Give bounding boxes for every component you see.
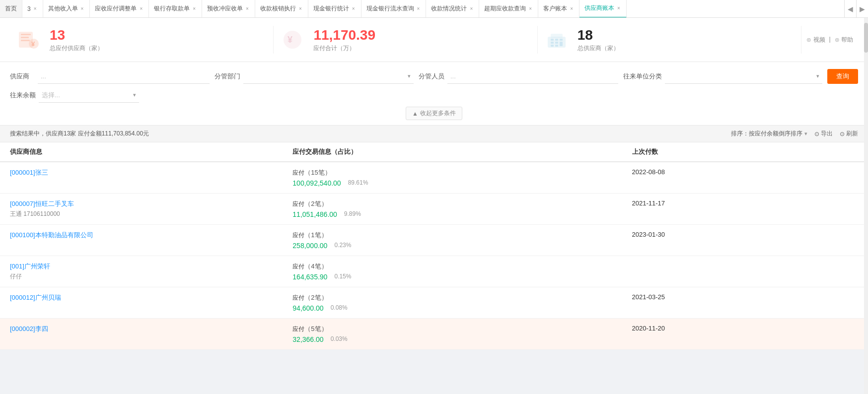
supplier-name-link[interactable]: [001]广州荣轩: [10, 263, 50, 270]
refresh-button[interactable]: ⊙ 刷新: [840, 130, 858, 138]
svg-rect-9: [551, 39, 554, 41]
amount-payable-icon: ¥: [279, 26, 306, 54]
tab-close-icon[interactable]: ×: [33, 6, 38, 11]
col-header-transaction: 应付交易信息（占比）: [292, 147, 632, 156]
scrollbar-thumb[interactable]: [864, 23, 868, 53]
nav-tab-overdue-ar[interactable]: 超期应收款查询×: [479, 0, 538, 18]
balance-filter-label: 往来余额: [10, 91, 36, 100]
supplier-filter-input[interactable]: [38, 69, 210, 84]
video-link[interactable]: ⊙ 视频: [806, 36, 825, 44]
tab-close-icon[interactable]: ×: [192, 6, 197, 11]
tx-amount-value[interactable]: 32,366.00: [292, 335, 323, 343]
person-filter-input[interactable]: [447, 69, 618, 84]
svg-rect-13: [555, 42, 558, 44]
nav-tab-prepay-offset[interactable]: 预收冲应收单×: [202, 0, 255, 18]
tab-close-icon[interactable]: ×: [298, 6, 303, 11]
tx-count-label: （1笔）: [304, 231, 327, 239]
tx-amount-value[interactable]: 11,051,486.00: [292, 210, 337, 218]
table-row: [000012]广州贝瑞应付（2笔）94,600.000.08%2021-03-…: [0, 287, 868, 319]
tab-close-icon[interactable]: ×: [469, 6, 474, 11]
nav-tab-ar-ap-adjust[interactable]: 应收应付调整单×: [90, 0, 149, 18]
filter-group-dept: 分管部门 ▾: [215, 69, 414, 84]
nav-left-arrow[interactable]: ◀: [844, 0, 856, 18]
tab-close-icon[interactable]: ×: [616, 5, 621, 11]
result-summary-text: 搜索结果中，供应商13家 应付金额111,703,854.00元: [10, 130, 149, 138]
nav-right-arrow[interactable]: ▶: [856, 0, 868, 18]
payable-supplier-label: 总应付供应商（家）: [50, 44, 103, 53]
top-navigation: 首页3×其他收入单×应收应付调整单×银行存取款单×预收冲应收单×收款核销执行×现…: [0, 0, 868, 18]
supplier-name-link[interactable]: [000007]恒旺二手叉车: [10, 200, 74, 207]
nav-tab-supplier-ledger[interactable]: 供应商账本×: [579, 0, 627, 18]
svg-rect-2: [21, 37, 29, 38]
supplier-name-link[interactable]: [000002]李四: [10, 325, 48, 332]
refresh-icon: ⊙: [840, 131, 845, 137]
nav-tab-label: 客户账本: [543, 4, 567, 13]
tab-close-icon[interactable]: ×: [351, 6, 356, 11]
total-supplier-icon: [543, 26, 571, 54]
svg-rect-3: [21, 40, 30, 41]
scrollbar-track[interactable]: [864, 18, 868, 350]
summary-info-total-supplier: 18 总供应商（家）: [578, 27, 619, 53]
nav-tab-collection-verify[interactable]: 收款核销执行×: [255, 0, 308, 18]
col-header-last-payment: 上次付数: [632, 147, 858, 156]
dept-chevron-icon: ▾: [408, 73, 411, 79]
tab-close-icon[interactable]: ×: [528, 6, 533, 11]
nav-tab-home[interactable]: 首页: [0, 0, 22, 18]
tx-amount-row: 94,600.000.08%: [292, 303, 632, 312]
tab-close-icon[interactable]: ×: [569, 6, 574, 11]
tab-close-icon[interactable]: ×: [80, 6, 85, 11]
supplier-name-link[interactable]: [000012]广州贝瑞: [10, 294, 61, 301]
supplier-name-link[interactable]: [000001]张三: [10, 169, 48, 176]
nav-tab-other-income[interactable]: 其他收入单×: [43, 0, 90, 18]
video-icon: ⊙: [806, 36, 811, 43]
last-payment-cell: 2020-11-20: [632, 325, 858, 332]
svg-rect-14: [560, 42, 563, 46]
dept-filter-select[interactable]: ▾: [243, 69, 414, 84]
category-filter-select[interactable]: ▾: [665, 69, 823, 84]
tx-percent-value: 0.23%: [334, 242, 351, 249]
supplier-info-cell: [000001]张三: [10, 168, 292, 177]
nav-tab-collection-stat[interactable]: 收款情况统计×: [426, 0, 479, 18]
tx-amount-value[interactable]: 258,000.00: [292, 242, 327, 250]
tx-type-label: 应付: [292, 326, 304, 332]
filter-group-supplier: 供应商: [10, 69, 210, 84]
transaction-info-cell: 应付（5笔）32,366.000.03%: [292, 325, 632, 343]
svg-rect-17: [551, 34, 563, 38]
sort-label: 排序：按应付余额倒序排序: [731, 130, 802, 138]
collapse-button[interactable]: ▲ 收起更多条件: [406, 107, 462, 120]
supplier-filter-label: 供应商: [10, 72, 35, 81]
tx-amount-value[interactable]: 164,635.90: [292, 273, 327, 281]
nav-tab-bank-deposit[interactable]: 银行存取款单×: [149, 0, 202, 18]
last-payment-cell: 2023-01-30: [632, 231, 858, 238]
query-button[interactable]: 查询: [827, 69, 858, 84]
top-right-links: ⊙ 视频 | ⊙ 帮助: [801, 36, 858, 44]
nav-tab-label: 预收冲应收单: [207, 4, 243, 13]
nav-tab-label: 现金银行流水查询: [366, 4, 414, 13]
tx-count-label: （2笔）: [304, 294, 327, 301]
nav-tab-cash-bank-flow[interactable]: 现金银行流水查询×: [362, 0, 427, 18]
supplier-name-link[interactable]: [000100]本特勤油品有限公司: [10, 231, 93, 239]
filter-area: 供应商 分管部门 ▾ 分管人员 往来单位分类 ▾ 查询 往来余额 选择: [0, 62, 868, 126]
transaction-info-cell: 应付（1笔）258,000.000.23%: [292, 231, 632, 250]
tab-close-icon[interactable]: ×: [416, 6, 421, 11]
tx-amount-value[interactable]: 100,092,540.00: [292, 179, 341, 187]
nav-tab-customer-ledger[interactable]: 客户账本×: [538, 0, 579, 18]
help-link[interactable]: ⊙ 帮助: [835, 36, 853, 44]
summary-card-total-payable: ¥ 11,170.39 应付合计（万）: [274, 26, 537, 54]
summary-bar: ¥ 13 总应付供应商（家） ¥ 11,170.39 应付合计（万）: [0, 18, 868, 62]
tab-close-icon[interactable]: ×: [245, 6, 250, 11]
nav-tab-tab3[interactable]: 3×: [22, 0, 43, 18]
tab-close-icon[interactable]: ×: [139, 6, 144, 11]
nav-tab-cash-bank-stat[interactable]: 现金银行统计×: [308, 0, 362, 18]
nav-tab-label: 收款核销执行: [260, 4, 296, 13]
balance-filter-select[interactable]: 选择... ▾: [39, 88, 139, 103]
last-payment-cell: 2021-11-17: [632, 199, 858, 207]
category-filter-label: 往来单位分类: [623, 72, 662, 81]
tx-amount-row: 32,366.000.03%: [292, 334, 632, 343]
tx-amount-value[interactable]: 94,600.00: [292, 304, 323, 312]
tx-percent-value: 0.15%: [334, 273, 351, 280]
category-chevron-icon: ▾: [816, 73, 819, 79]
export-button[interactable]: ⊙ 导出: [814, 130, 833, 138]
sort-select[interactable]: 排序：按应付余额倒序排序 ▾: [731, 130, 807, 138]
tx-type-label: 应付: [292, 263, 304, 270]
